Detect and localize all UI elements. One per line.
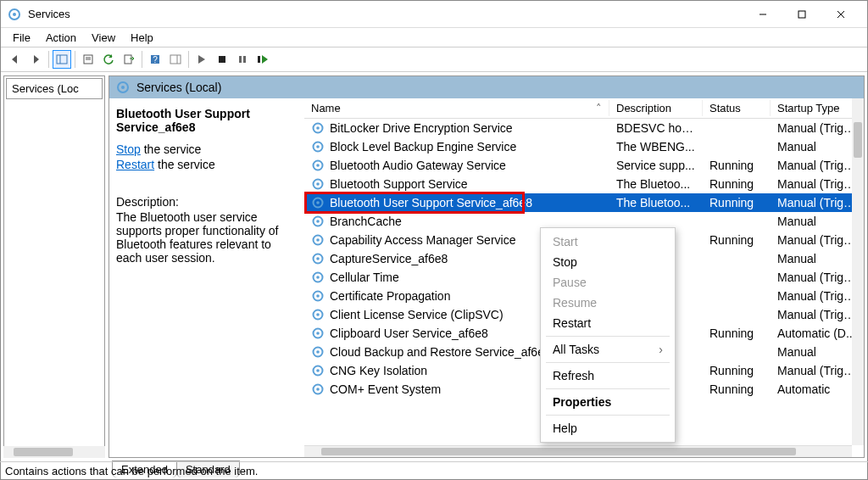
context-menu-resume: Resume bbox=[541, 293, 675, 313]
restart-suffix: the service bbox=[154, 158, 215, 171]
help-button[interactable]: ? bbox=[146, 50, 164, 69]
context-menu-stop[interactable]: Stop bbox=[541, 252, 675, 272]
details-area: Services (Local) Bluetooth User Support … bbox=[108, 75, 865, 458]
svg-rect-11 bbox=[125, 55, 131, 64]
cell-name: Bluetooth User Support Service_af6e8 bbox=[304, 196, 609, 209]
menu-action[interactable]: Action bbox=[39, 30, 83, 46]
menu-view[interactable]: View bbox=[85, 30, 122, 46]
cell-status: Running bbox=[703, 364, 771, 377]
svg-point-39 bbox=[316, 276, 320, 279]
svg-rect-17 bbox=[239, 56, 242, 63]
context-menu-refresh[interactable]: Refresh bbox=[541, 366, 675, 386]
cell-startup: Manual bbox=[771, 345, 864, 359]
context-menu-help[interactable]: Help bbox=[541, 418, 675, 438]
show-hide-tree-button[interactable] bbox=[53, 50, 71, 69]
cell-startup: Manual bbox=[771, 215, 864, 228]
svg-point-51 bbox=[316, 388, 320, 391]
body-area: Services (Loc Services (Local) Bluetooth… bbox=[0, 72, 868, 461]
service-row[interactable]: Bluetooth Support ServiceThe Bluetoo...R… bbox=[304, 175, 864, 193]
maximize-button[interactable] bbox=[782, 2, 821, 27]
services-app-icon bbox=[8, 8, 21, 21]
cell-startup: Manual bbox=[771, 140, 864, 153]
column-name[interactable]: Name˄ bbox=[304, 100, 609, 116]
cell-description: The Bluetoo... bbox=[609, 177, 703, 191]
description-title: Description: bbox=[116, 195, 296, 209]
vertical-scrollbar[interactable] bbox=[852, 98, 864, 445]
cell-name: BitLocker Drive Encryption Service bbox=[304, 121, 609, 135]
pause-service-button[interactable] bbox=[233, 50, 252, 69]
cell-startup: Manual (Trigg... bbox=[771, 308, 864, 321]
column-description[interactable]: Description bbox=[609, 100, 703, 116]
svg-point-33 bbox=[316, 220, 320, 223]
service-row[interactable]: Bluetooth Audio Gateway ServiceService s… bbox=[304, 156, 864, 175]
column-status[interactable]: Status bbox=[703, 100, 771, 116]
context-menu: StartStopPauseResumeRestartAll Tasks›Ref… bbox=[540, 227, 676, 443]
console-tree[interactable]: Services (Loc bbox=[3, 75, 105, 458]
cell-description: Service supp... bbox=[609, 159, 703, 172]
menu-help[interactable]: Help bbox=[124, 30, 160, 46]
tree-node-services-local[interactable]: Services (Loc bbox=[6, 78, 103, 99]
titlebar: Services bbox=[1, 1, 867, 28]
svg-point-31 bbox=[316, 201, 320, 204]
status-text: Contains actions that can be performed o… bbox=[5, 465, 258, 477]
details-header-label: Services (Local) bbox=[136, 81, 221, 94]
window-controls bbox=[743, 2, 860, 27]
svg-rect-19 bbox=[258, 56, 260, 63]
details-header: Services (Local) bbox=[109, 76, 864, 98]
cell-status: Running bbox=[703, 196, 771, 209]
cell-startup: Automatic bbox=[771, 382, 864, 396]
svg-rect-16 bbox=[219, 56, 225, 63]
action-pane-button[interactable] bbox=[166, 50, 185, 69]
restart-service-link[interactable]: Restart bbox=[116, 158, 154, 171]
svg-point-35 bbox=[316, 238, 320, 242]
context-menu-properties[interactable]: Properties bbox=[541, 392, 675, 412]
horizontal-scrollbar[interactable] bbox=[304, 445, 852, 457]
service-row[interactable]: BitLocker Drive Encryption ServiceBDESVC… bbox=[304, 119, 864, 137]
description-body: The Bluetooth user service supports prop… bbox=[116, 210, 296, 265]
forward-button[interactable] bbox=[26, 50, 45, 69]
service-row[interactable]: Block Level Backup Engine ServiceThe WBE… bbox=[304, 137, 864, 156]
context-menu-all-tasks[interactable]: All Tasks› bbox=[541, 339, 675, 360]
cell-name: Bluetooth Audio Gateway Service bbox=[304, 159, 609, 172]
horizontal-thumb[interactable] bbox=[321, 448, 796, 455]
minimize-button[interactable] bbox=[743, 2, 782, 27]
svg-point-27 bbox=[316, 164, 320, 167]
svg-point-43 bbox=[316, 313, 320, 316]
svg-rect-6 bbox=[57, 55, 67, 64]
cell-startup: Manual bbox=[771, 252, 864, 265]
stop-service-link[interactable]: Stop bbox=[116, 142, 141, 156]
stop-service-button[interactable] bbox=[213, 50, 231, 69]
svg-point-23 bbox=[316, 126, 320, 130]
close-button[interactable] bbox=[821, 2, 860, 27]
svg-point-37 bbox=[316, 257, 320, 260]
svg-rect-3 bbox=[798, 11, 805, 18]
list-header[interactable]: Name˄ Description Status Startup Type bbox=[304, 98, 864, 119]
stop-suffix: the service bbox=[141, 142, 202, 156]
properties-button[interactable] bbox=[79, 50, 97, 69]
refresh-button[interactable] bbox=[99, 50, 118, 69]
statusbar: Contains actions that can be performed o… bbox=[0, 461, 868, 480]
svg-rect-18 bbox=[243, 56, 246, 63]
export-button[interactable] bbox=[120, 50, 138, 69]
svg-point-25 bbox=[316, 145, 320, 148]
cell-startup: Manual (Trigg... bbox=[771, 177, 864, 191]
service-row[interactable]: Bluetooth User Support Service_af6e8The … bbox=[304, 193, 864, 212]
start-service-button[interactable] bbox=[192, 50, 211, 69]
back-button[interactable] bbox=[6, 50, 25, 69]
svg-point-41 bbox=[316, 294, 320, 298]
context-menu-restart[interactable]: Restart bbox=[541, 313, 675, 333]
tree-h-thumb[interactable] bbox=[14, 448, 73, 456]
context-menu-start: Start bbox=[541, 232, 675, 252]
gear-icon bbox=[116, 81, 130, 94]
vertical-thumb[interactable] bbox=[854, 122, 862, 158]
menu-file[interactable]: File bbox=[6, 30, 37, 46]
context-menu-pause: Pause bbox=[541, 272, 675, 293]
cell-startup: Manual (Trigg... bbox=[771, 289, 864, 303]
cell-status: Running bbox=[703, 177, 771, 191]
cell-description: BDESVC hos... bbox=[609, 121, 703, 135]
svg-point-21 bbox=[121, 86, 125, 89]
restart-service-button[interactable] bbox=[253, 50, 272, 69]
tree-horizontal-scrollbar[interactable] bbox=[3, 446, 105, 458]
column-startup[interactable]: Startup Type bbox=[771, 100, 864, 116]
svg-point-1 bbox=[13, 13, 16, 16]
